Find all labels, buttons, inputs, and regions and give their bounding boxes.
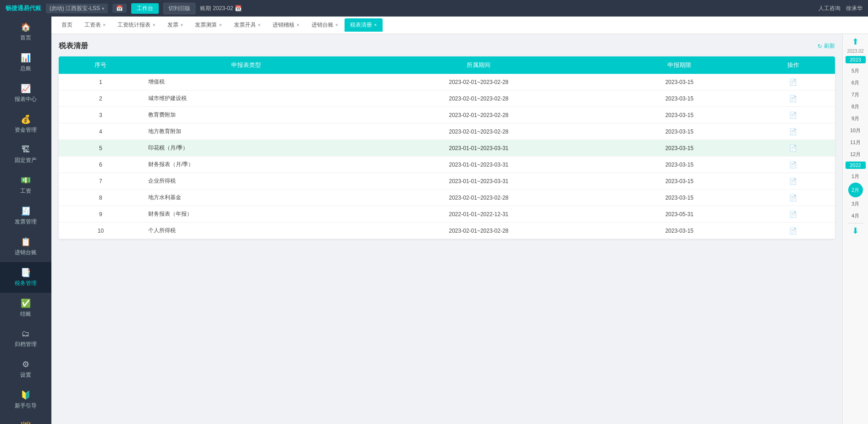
sidebar-item-salary[interactable]: 💵 工资 [0,170,51,201]
close-icon[interactable]: × [335,22,338,28]
tab-invoice-issue[interactable]: 发票开具 × [228,18,266,32]
month-11[interactable]: 11月 [846,137,865,148]
col-header-action: 操作 [751,56,835,74]
timeline-separator [847,223,864,223]
action-icon[interactable]: 📄 [789,145,797,152]
cell-action: 📄 [751,74,835,90]
sidebar-item-vip[interactable]: 👑 畅会员 [0,415,51,424]
sidebar-item-settings[interactable]: ⚙ 设置 [0,354,51,385]
close-icon[interactable]: × [152,22,155,28]
action-icon[interactable]: 📄 [789,194,797,201]
tab-home[interactable]: 首页 [56,18,78,32]
close-icon[interactable]: × [103,22,106,28]
timeline-down-btn[interactable]: ⬇ [852,225,859,237]
cell-seq: 10 [59,223,143,239]
action-icon[interactable]: 📄 [789,112,797,119]
sidebar-item-invoices[interactable]: 🧾 发票管理 [0,201,51,231]
sidebar-label-home: 首页 [20,34,31,42]
sidebar-item-home[interactable]: 🏠 首页 [0,17,51,47]
purchase-sales-icon: 📋 [21,237,31,247]
tax-table: 序号 申报表类型 所属期间 申报期限 操作 1增值税2023-02-01~202… [59,56,835,239]
tab-tax-list[interactable]: 税表清册 × [345,18,382,32]
month-3[interactable]: 3月 [846,198,865,209]
month-6[interactable]: 6月 [846,77,865,88]
period-display: 账期 2023-02 📆 [200,5,242,12]
table-row: 5印花税（月/季）2023-01-01~2023-03-312023-03-15… [59,140,835,156]
sidebar-item-funds[interactable]: 💰 资金管理 [0,109,51,139]
month-10[interactable]: 10月 [846,125,865,136]
action-icon[interactable]: 📄 [789,95,797,102]
timeline-up-btn[interactable]: ⬆ [852,36,859,48]
cell-deadline: 2023-03-15 [608,173,751,190]
period-label: 账期 [200,5,211,12]
year-2023[interactable]: 2023 [846,56,866,63]
close-icon[interactable]: × [374,22,377,28]
month-1[interactable]: 1月 [846,171,865,182]
content-area: 首页 工资表 × 工资统计报表 × 发票 × 发票测算 × 发票开具 × [51,17,868,424]
sidebar-item-guide[interactable]: 🔰 新手引导 [0,385,51,415]
cell-action: 📄 [751,206,835,223]
month-2-active[interactable]: 2月 [848,183,863,197]
tab-tax-list-label: 税表清册 [350,21,372,29]
sidebar-item-ledger[interactable]: 📊 总账 [0,47,51,78]
year-2022[interactable]: 2022 [846,162,866,169]
month-5[interactable]: 5月 [846,65,865,76]
close-icon[interactable]: × [296,22,299,28]
month-7[interactable]: 7月 [846,89,865,100]
calendar-icon-btn[interactable]: 📅 [112,4,127,13]
action-icon[interactable]: 📄 [789,178,797,185]
cell-deadline: 2023-05-31 [608,206,751,223]
cell-type: 增值税 [143,74,350,90]
tab-salary-table[interactable]: 工资表 × [79,18,111,32]
workbench-button[interactable]: 工作台 [131,3,159,14]
cell-deadline: 2023-03-15 [608,156,751,173]
month-9[interactable]: 9月 [846,113,865,124]
tab-purchase-ledger[interactable]: 进销台账 × [306,18,344,32]
refresh-button[interactable]: ↻ 刷新 [818,42,835,50]
cell-seq: 8 [59,190,143,206]
close-icon[interactable]: × [258,22,261,28]
col-header-seq: 序号 [59,56,143,74]
close-accounts-icon: ✅ [21,298,31,308]
invoices-icon: 🧾 [21,206,31,216]
cell-deadline: 2023-03-15 [608,90,751,107]
tab-invoice-issue-label: 发票开具 [234,21,256,29]
tab-home-label: 首页 [61,21,72,29]
tab-invoice[interactable]: 发票 × [162,18,189,32]
month-12[interactable]: 12月 [846,149,865,160]
page-header: 税表清册 ↻ 刷新 [59,41,835,51]
cell-action: 📄 [751,156,835,173]
cell-period: 2023-02-01~2023-02-28 [350,90,608,107]
col-header-period: 所属期间 [350,56,608,74]
sidebar-item-archive[interactable]: 🗂 归档管理 [0,324,51,354]
tab-bar: 首页 工资表 × 工资统计报表 × 发票 × 发票测算 × 发票开具 × [51,17,868,34]
sidebar-item-assets[interactable]: 🏗 固定资产 [0,139,51,170]
action-icon[interactable]: 📄 [789,161,797,168]
sidebar-item-reports[interactable]: 📈 报表中心 [0,78,51,109]
action-icon[interactable]: 📄 [789,211,797,218]
username-display: 徐涿华 [846,5,862,12]
sidebar-label-archive: 归档管理 [15,340,37,348]
table-row: 10个人所得税2023-02-01~2023-02-282023-03-15📄 [59,223,835,239]
sidebar-item-purchase-sales[interactable]: 📋 进销台账 [0,231,51,262]
reports-icon: 📈 [21,84,31,94]
close-icon[interactable]: × [180,22,183,28]
action-icon[interactable]: 📄 [789,78,797,86]
month-8[interactable]: 8月 [846,101,865,112]
tab-purchase-audit[interactable]: 进销稽核 × [267,18,305,32]
cell-seq: 4 [59,123,143,140]
user-service-btn[interactable]: 人工咨询 [818,5,840,12]
top-bar: 畅捷通易代账 (勿动) 江西股宝-LSS ▾ 📅 工作台 切到旧版 账期 202… [0,0,868,17]
sidebar-item-close[interactable]: ✅ 结账 [0,293,51,324]
tab-invoice-calc[interactable]: 发票测算 × [189,18,227,32]
tab-salary-stats[interactable]: 工资统计报表 × [112,18,161,32]
switch-old-button[interactable]: 切到旧版 [163,3,195,14]
sidebar-item-tax[interactable]: 📑 税务管理 [0,262,51,293]
action-icon[interactable]: 📄 [789,128,797,135]
action-icon[interactable]: 📄 [789,227,797,234]
month-4[interactable]: 4月 [846,210,865,221]
home-icon: 🏠 [21,22,31,32]
page-title: 税表清册 [59,41,88,51]
close-icon[interactable]: × [219,22,222,28]
company-selector[interactable]: (勿动) 江西股宝-LSS ▾ [46,4,108,13]
